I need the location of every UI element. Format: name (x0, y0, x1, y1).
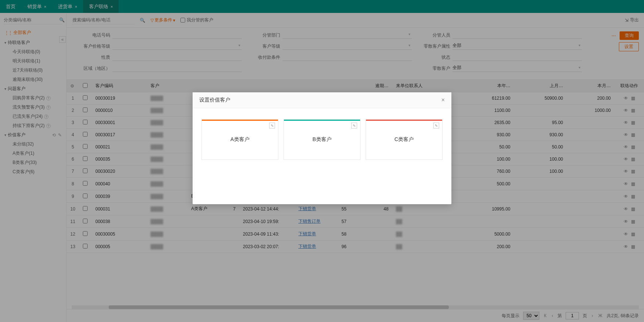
modal-overlay[interactable]: 设置价值客户 × ✎A类客户✎B类客户✎C类客户 (0, 0, 644, 322)
card-label: A类客户 (230, 136, 249, 143)
card-label: C类客户 (394, 136, 414, 143)
edit-icon[interactable]: ✎ (269, 123, 275, 129)
modal-close-button[interactable]: × (441, 97, 445, 103)
value-customer-modal: 设置价值客户 × ✎A类客户✎B类客户✎C类客户 (193, 92, 451, 204)
value-card[interactable]: ✎C类客户 (366, 119, 443, 160)
edit-icon[interactable]: ✎ (433, 123, 439, 129)
value-card[interactable]: ✎A类客户 (201, 119, 278, 160)
edit-icon[interactable]: ✎ (351, 123, 357, 129)
card-label: B类客户 (312, 136, 331, 143)
value-card[interactable]: ✎B类客户 (284, 119, 360, 160)
modal-title: 设置价值客户 (199, 97, 441, 103)
